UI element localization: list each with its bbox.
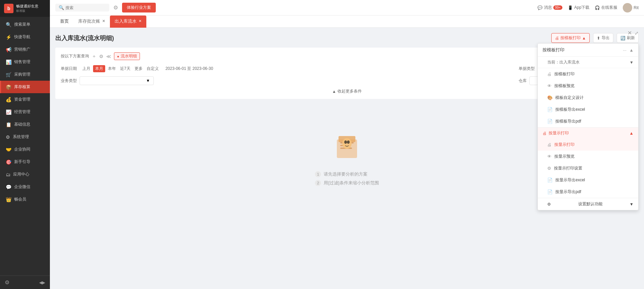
filter-setting-icon[interactable]: ⚙ [99,54,104,59]
topbar-search[interactable]: 🔍 [55,4,109,11]
basic-icon: 📋 [6,122,11,127]
apps-icon: 🗂 [6,172,10,177]
search-icon: 🔍 [59,5,64,10]
sidebar-item-marketing[interactable]: 📢 营销推广 [0,43,50,56]
settings-icon[interactable]: ⚙ [5,279,9,286]
svg-point-6 [344,140,347,144]
sidebar-label-purchase: 采购管理 [14,72,30,77]
dropdown-template-export-pdf[interactable]: 📄按模板导出pdf [538,115,638,127]
sidebar-item-finance[interactable]: 💰 资金管理 [0,93,50,106]
sidebar-label-wechat: 企业微信 [14,184,30,190]
filter-biz-item: 业务类型 ▼ [61,76,513,85]
app-download-btn[interactable]: 📱 App下载 [568,5,589,10]
dropdown-current: 当前：出入库流水 ▼ [538,57,638,68]
sidebar-item-operation[interactable]: 📈 经营管理 [0,106,50,118]
filter-date-item: 单据日期 上月本月本年近7天更多自定义 2023-06-01 至 2023-06… [61,65,513,72]
date-opt-本月[interactable]: 本月 [93,65,105,72]
svg-point-7 [347,140,350,144]
close-tab-icon[interactable]: ✕ [627,30,632,36]
message-btn[interactable]: 💬 消息 99+ [537,5,562,10]
main-content: 🔍 ⚙ 体验行业方案 💬 消息 99+ 📱 App下载 🎧 在线客服 R [50,0,644,289]
dropdown-template-print[interactable]: 🖨按模板打印 [538,68,638,80]
dropdown-display-export-pdf[interactable]: 📄按显示导出pdf [538,186,638,198]
tab-close-flow[interactable]: ✕ [139,19,142,23]
template-export-excel-icon: 📄 [547,107,553,112]
sidebar-item-enterprise[interactable]: 🤝 企业协同 [0,143,50,156]
enterprise-icon: 🤝 [6,147,11,152]
dropdown-close-icon[interactable]: ▲ [629,48,634,53]
sidebar-label-marketing: 营销推广 [14,47,30,52]
dropdown-template-export-excel[interactable]: 📄按模板导出excel [538,104,638,115]
window-controls: ✕ ⤢ [622,28,644,38]
sidebar-label-inventory: 库存核算 [14,84,30,90]
sidebar-item-apps[interactable]: 🗂 应用中心 [0,168,50,181]
page-header: 出入库流水(流水明细) 🖨 按模板打印 ▲ ⬆ 导出 🔄 刷新 [55,33,639,43]
collapse-btn[interactable]: ▲ 收起更多条件 [332,88,362,94]
display-preview-icon: 👁 [547,154,552,159]
date-opt-更多[interactable]: 更多 [133,65,144,72]
date-opt-本年[interactable]: 本年 [107,65,117,72]
dropdown-footer[interactable]: ⚙ 设置默认功能 ▼ [538,198,638,210]
dropdown-display-preview[interactable]: 👁按显示预览 [538,151,638,162]
sidebar-item-system[interactable]: ⚙ 系统管理 [0,131,50,143]
sidebar-label-system: 系统管理 [13,134,29,140]
dropdown-display-print[interactable]: 🖨按显示打印 [538,139,638,151]
topbar: 🔍 ⚙ 体验行业方案 💬 消息 99+ 📱 App下载 🎧 在线客服 R [50,0,644,16]
industry-btn[interactable]: 体验行业方案 [122,3,156,12]
filter-add-icon[interactable]: ＋ [92,53,96,59]
message-icon: 💬 [537,5,543,10]
tab-close-batch[interactable]: ✕ [102,19,105,23]
sidebar-label-guide: 新手引导 [14,159,30,165]
sidebar-item-search[interactable]: 🔍 搜索菜单 [0,18,50,31]
sidebar-item-sales[interactable]: 📊 销售管理 [0,56,50,68]
purchase-icon: 🛒 [6,72,11,77]
sidebar-item-purchase[interactable]: 🛒 采购管理 [0,68,50,81]
dropdown-dots-icon[interactable]: ··· [623,48,626,53]
search-input[interactable] [65,5,106,10]
brand-version: 标准版 [16,9,38,13]
collapse-sidebar-icon[interactable]: ◀▶ [39,280,45,285]
sidebar-item-shortcut[interactable]: ⚡ 快捷导航 [0,31,50,43]
sales-icon: 📊 [6,59,11,65]
dropdown-template-customize[interactable]: 🎨模板自定义设计 [538,92,638,104]
sidebar-label-operation: 经营管理 [14,109,30,115]
sidebar-item-member[interactable]: 👑 畅会员 [0,193,50,206]
dropdown-template-preview[interactable]: 👁按模板预览 [538,80,638,92]
print-dropdown: 按模板打印 ··· ▲ 当前：出入库流水 ▼ 🖨按模板打印👁按模板预览🎨模板自定… [537,43,639,210]
sidebar-item-wechat[interactable]: 💬 企业微信 [0,181,50,193]
date-options: 上月本月本年近7天更多自定义 [81,65,160,72]
user-avatar-btn[interactable]: Rit [623,3,639,12]
sidebar-label-member: 畅会员 [14,196,26,202]
sidebar-label-shortcut: 快捷导航 [14,34,30,40]
biz-select[interactable]: ▼ [80,76,154,85]
section-label: 🖨 按显示打印 [543,130,569,136]
warehouse-label: 仓库 [519,78,527,84]
filter-tag[interactable]: ● 流水明细 [114,52,140,60]
date-opt-自定义[interactable]: 自定义 [145,65,160,72]
sidebar-item-guide[interactable]: 🎯 新手引导 [0,156,50,168]
sidebar-label-apps: 应用中心 [13,172,29,177]
page-title: 出入库流水(流水明细) [55,34,114,42]
tab-batch[interactable]: 库存批次账✕ [74,16,110,28]
date-opt-上月[interactable]: 上月 [81,65,92,72]
expand-icon[interactable]: ⤢ [635,30,639,36]
filter-tag-label: 流水明细 [121,53,137,59]
gear-icon[interactable]: ⚙ [113,4,118,11]
filter-collapse-icon[interactable]: ≪ [106,54,111,59]
tab-label-batch: 库存批次账 [78,18,100,24]
display-export-excel-icon: 📄 [547,178,553,183]
online-service-btn[interactable]: 🎧 在线客服 [595,5,617,10]
empty-step-2: 2 用[过滤]条件来缩小分析范围 [315,179,379,187]
print-template-btn[interactable]: 🖨 按模板打印 ▲ [551,33,590,43]
shortcut-icon: ⚡ [6,34,11,40]
marketing-icon: 📢 [6,47,11,52]
sidebar-item-basic[interactable]: 📋 基础信息 [0,118,50,131]
dropdown-display-print-settings[interactable]: ⚙按显示打印设置 [538,162,638,174]
export-btn[interactable]: ⬆ 导出 [593,33,613,43]
sidebar-item-inventory[interactable]: 📦 库存核算 [0,81,50,93]
date-opt-近7天[interactable]: 近7天 [119,65,132,72]
dropdown-section-display[interactable]: 🖨 按显示打印 ▲ [538,127,638,139]
tab-flow[interactable]: 出入库流水✕ [110,16,146,28]
tab-home[interactable]: 首页 [55,16,74,28]
dropdown-display-export-excel[interactable]: 📄按显示导出excel [538,174,638,186]
